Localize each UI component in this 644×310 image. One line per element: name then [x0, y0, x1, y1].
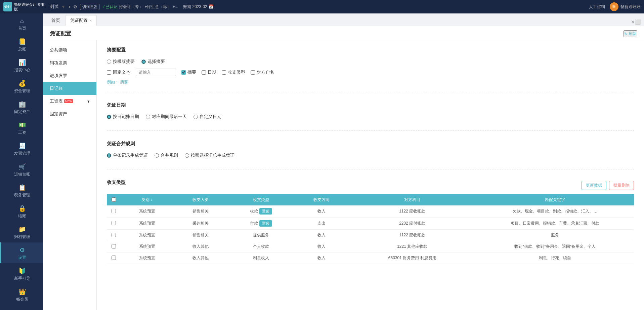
- sidebar-item-salary[interactable]: 💵 工资: [0, 117, 43, 138]
- sidebar-item-funds[interactable]: 💰 资金管理: [0, 76, 43, 96]
- radio-custom-date-label: 自定义日期: [200, 114, 221, 120]
- checkbox-summary[interactable]: 摘要: [181, 69, 196, 75]
- checkbox-summary-input[interactable]: [181, 70, 186, 75]
- checkbox-counterparty-label: 对方户名: [257, 69, 274, 75]
- checkbox-income-type[interactable]: 收支类型: [222, 69, 245, 75]
- radio-single-input[interactable]: [107, 153, 111, 158]
- radio-template[interactable]: 按模版摘要: [107, 59, 135, 65]
- table-row: 系统预置 采购相关 付款 重顶 支出 2202 应付账款 项目、日常费用、报销款…: [107, 218, 634, 230]
- radio-summary-input[interactable]: [185, 153, 189, 158]
- left-menu-journal[interactable]: 日记账: [43, 82, 96, 95]
- fixed-text-input[interactable]: [136, 69, 176, 76]
- sidebar-item-settings[interactable]: ⚙ 设置: [0, 242, 43, 263]
- archive-icon: 📁: [18, 226, 26, 233]
- switch-version-btn[interactable]: 切到旧版: [80, 4, 99, 10]
- left-menu-sales-invoice[interactable]: 销项发票: [43, 56, 96, 69]
- radio-merge[interactable]: 合并规则: [155, 152, 178, 158]
- radio-template-label: 按模版摘要: [113, 59, 135, 65]
- sidebar-item-close[interactable]: 🔒 结账: [0, 201, 43, 222]
- td-direction-4: 收入: [295, 241, 348, 253]
- ledger-icon: 📒: [18, 38, 26, 45]
- batch-delete-btn[interactable]: 批量删除: [609, 181, 634, 190]
- td-type-3: 提供服务: [227, 230, 295, 241]
- radio-choose[interactable]: 选择摘要: [141, 59, 165, 65]
- sidebar-item-assets[interactable]: 🏢 固定资产: [0, 96, 43, 117]
- sidebar-item-purchase[interactable]: 🛒 进销台账: [0, 159, 43, 180]
- refresh-btn[interactable]: ↻ 刷新: [624, 30, 637, 37]
- radio-last-day[interactable]: 对应期间最后一天: [146, 114, 187, 120]
- update-data-btn[interactable]: 更新数据: [582, 181, 606, 190]
- radio-last-day-input[interactable]: [146, 115, 150, 119]
- sidebar-item-invoice[interactable]: 🧾 发票管理: [0, 138, 43, 159]
- checkbox-counterparty-input[interactable]: [251, 70, 255, 75]
- sidebar-item-tax[interactable]: 📋 税务管理: [0, 180, 43, 201]
- sidebar-label-ledger: 总账: [18, 46, 26, 52]
- td-keyword-3: 服务: [476, 230, 634, 241]
- th-major: 收支大类: [174, 194, 227, 205]
- reset-btn-2[interactable]: 重顶: [259, 220, 272, 227]
- table-row: 系统预置 销售相关 收款 重顶 收入 1122 应收账款 欠款、现金、项目款、到…: [107, 205, 634, 218]
- sidebar-item-reports[interactable]: 📊 报表中心: [0, 55, 43, 76]
- reset-btn-1[interactable]: 重顶: [259, 208, 272, 215]
- table-header-row: 收支类型 更新数据 批量删除: [107, 180, 634, 191]
- maximize-window-btn[interactable]: ⬜: [635, 19, 641, 25]
- left-menu-public-label: 公共选项: [50, 47, 67, 53]
- sidebar-item-archive[interactable]: 📁 归档管理: [0, 222, 43, 242]
- tab-voucher-config[interactable]: 凭证配置 ×: [65, 15, 97, 26]
- tab-home[interactable]: 首页: [46, 15, 65, 26]
- row-checkbox-4[interactable]: [112, 244, 116, 248]
- left-menu-salary[interactable]: 工资表 NEW ▾: [43, 95, 96, 108]
- th-type: 收支类型: [227, 194, 295, 205]
- left-menu-purchase-invoice[interactable]: 进项发票: [43, 69, 96, 82]
- income-title: 收支类型: [107, 180, 126, 186]
- sidebar-item-member[interactable]: 👑 畅会员: [0, 284, 43, 305]
- checkbox-fixed-text-input[interactable]: [107, 70, 111, 75]
- select-all-checkbox[interactable]: [112, 197, 116, 202]
- checkbox-fixed-text[interactable]: 固定文本: [107, 69, 130, 75]
- top-bar-right: 人工咨询 旺 畅捷通旺旺: [589, 2, 641, 11]
- checkbox-date[interactable]: 日期: [202, 69, 216, 75]
- checkbox-counterparty[interactable]: 对方户名: [251, 69, 274, 75]
- checkbox-summary-label: 摘要: [187, 69, 196, 75]
- radio-journal-date-input[interactable]: [107, 115, 111, 119]
- left-menu-public[interactable]: 公共选项: [43, 44, 96, 56]
- add-btn[interactable]: +: [68, 4, 71, 9]
- user-area: 旺 畅捷通旺旺: [610, 2, 641, 11]
- tab-close-btn[interactable]: ×: [90, 18, 92, 23]
- row-checkbox-5[interactable]: [112, 256, 116, 260]
- consult-link[interactable]: 人工咨询: [589, 4, 605, 10]
- calendar-icon[interactable]: 📅: [209, 4, 214, 9]
- left-menu-fixed-assets[interactable]: 固定资产: [43, 108, 96, 120]
- close-window-btn[interactable]: ✕: [631, 19, 635, 25]
- td-direction-3: 收入: [295, 230, 348, 241]
- left-menu-fixed-assets-label: 固定资产: [50, 111, 67, 117]
- sidebar-item-guide[interactable]: 🔰 新手引导: [0, 263, 43, 284]
- checkbox-date-input[interactable]: [202, 70, 206, 75]
- top-bar-content: 测试 ▼ + ⚙ 切到旧版 ✓已认证 好会计（专） +好生意（标） +... 账…: [46, 4, 589, 10]
- td-type-2: 付款 重顶: [227, 218, 295, 230]
- radio-journal-date[interactable]: 按日记账日期: [107, 114, 139, 120]
- row-checkbox-2[interactable]: [112, 221, 116, 225]
- sidebar-item-ledger[interactable]: 📒 总账: [0, 34, 43, 55]
- settings-btn[interactable]: ⚙: [73, 4, 77, 9]
- checkbox-income-type-input[interactable]: [222, 70, 226, 75]
- tab-bar: 首页 凭证配置 × ✕ ⬜: [43, 13, 644, 26]
- summary-checkbox-row: 固定文本 摘要 日期: [107, 69, 634, 76]
- radio-summary-label: 按照选择汇总生成凭证: [191, 152, 234, 158]
- sidebar-item-home[interactable]: ⌂ 首页: [0, 13, 43, 34]
- table-header: 类别 ↓ 收支大类 收支类型 收支方向 对方科目 匹配关键字: [107, 194, 634, 205]
- radio-choose-input[interactable]: [141, 60, 146, 64]
- user-name: 畅捷通旺旺: [620, 4, 641, 10]
- radio-custom-date[interactable]: 自定义日期: [194, 114, 221, 120]
- radio-summary[interactable]: 按照选择汇总生成凭证: [185, 152, 234, 158]
- row-checkbox-3[interactable]: [112, 233, 116, 237]
- row-checkbox-1[interactable]: [112, 209, 116, 213]
- radio-merge-input[interactable]: [155, 153, 159, 158]
- td-category-4: 系统预置: [120, 241, 174, 253]
- th-checkbox: [107, 194, 120, 205]
- sidebar-label-reports: 报表中心: [14, 67, 30, 73]
- td-account-1: 1122 应收账款: [348, 205, 476, 218]
- radio-single[interactable]: 单条记录生成凭证: [107, 152, 148, 158]
- radio-template-input[interactable]: [107, 60, 111, 64]
- radio-custom-date-input[interactable]: [194, 115, 198, 119]
